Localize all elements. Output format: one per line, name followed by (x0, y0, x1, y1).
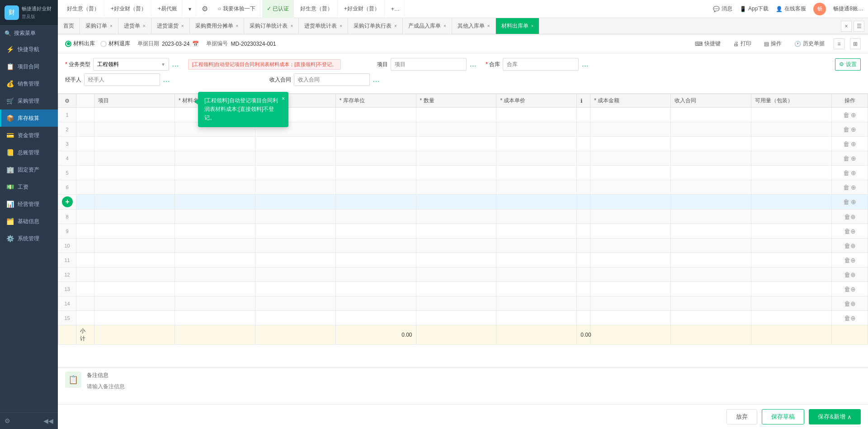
history-btn[interactable]: 🕐 历史单据 (791, 38, 828, 49)
tab-purchase-exec[interactable]: 采购订单执行表 × (348, 18, 403, 34)
delete-row-btn[interactable]: 🗑 (844, 315, 850, 322)
delete-row-btn[interactable]: 🗑 (844, 257, 850, 264)
spec-cell[interactable] (255, 151, 335, 166)
project-input[interactable] (391, 58, 467, 71)
tab-close-icon[interactable]: × (181, 24, 184, 29)
income-contract-cell[interactable] (671, 122, 751, 137)
cost-amount-cell[interactable] (590, 151, 671, 166)
cost-price-cell[interactable] (496, 253, 577, 267)
tab-purchase-order[interactable]: 采购订单 × (80, 18, 118, 34)
quantity-cell[interactable] (416, 224, 496, 238)
tab-close-icon[interactable]: × (531, 24, 534, 29)
save-draft-button[interactable]: 保存草稿 (762, 409, 804, 424)
unit-cell[interactable] (335, 122, 416, 137)
project-dots[interactable]: … (469, 60, 476, 68)
cost-price-cell[interactable] (496, 137, 577, 151)
discard-button[interactable]: 放弃 (726, 409, 757, 424)
spec-cell[interactable] (255, 267, 335, 282)
copy-row-btn[interactable]: ⊕ (850, 300, 856, 307)
project-cell[interactable] (94, 180, 175, 195)
spec-cell[interactable] (255, 224, 335, 238)
project-cell[interactable] (94, 296, 175, 311)
income-contract-input[interactable] (294, 73, 370, 86)
tab-close-icon[interactable]: × (236, 24, 239, 29)
delete-row-btn[interactable]: 🗑 (844, 242, 850, 249)
copy-row-btn[interactable]: ⊕ (851, 184, 856, 191)
operation-btn[interactable]: ▤ 操作 (760, 38, 785, 49)
material-cell[interactable] (175, 238, 255, 253)
quantity-cell[interactable] (416, 296, 496, 311)
cost-price-cell[interactable] (496, 151, 577, 166)
tab-close-icon[interactable]: × (487, 24, 490, 29)
copy-row-btn[interactable]: ⊕ (851, 198, 856, 205)
settings-icon[interactable]: ⚙ (5, 417, 10, 424)
income-contract-cell[interactable] (671, 282, 751, 296)
material-cell[interactable] (175, 151, 255, 166)
delete-row-btn[interactable]: 🗑 (843, 184, 849, 191)
spec-cell[interactable] (255, 166, 335, 180)
sidebar-item-inventory[interactable]: 📦 库存核算 (0, 110, 58, 127)
delete-row-btn[interactable]: 🗑 (844, 271, 850, 278)
save-new-button[interactable]: 保存&新增 ∧ (809, 409, 861, 424)
sidebar-item-purchase[interactable]: 🛒 采购管理 (0, 92, 58, 110)
spec-cell[interactable] (255, 311, 335, 325)
cost-amount-cell[interactable] (590, 253, 671, 267)
cost-price-cell[interactable] (496, 108, 577, 122)
delete-row-btn[interactable]: 🗑 (844, 228, 850, 235)
cost-price-cell[interactable] (496, 296, 577, 311)
tab-material-out[interactable]: 材料出库单 × (496, 18, 540, 34)
copy-row-btn[interactable]: ⊕ (850, 286, 856, 293)
project-cell[interactable] (94, 122, 175, 137)
unit-cell[interactable] (335, 151, 416, 166)
agent-input[interactable] (84, 73, 160, 86)
sidebar-item-ledger[interactable]: 📒 总账管理 (0, 144, 58, 161)
project-cell[interactable] (94, 282, 175, 296)
unit-cell[interactable] (335, 253, 416, 267)
project-cell[interactable] (94, 253, 175, 267)
quantity-cell[interactable] (416, 267, 496, 282)
shortcut-key-btn[interactable]: ⌨ 快捷键 (691, 38, 724, 49)
cost-amount-cell[interactable] (590, 166, 671, 180)
delete-row-btn[interactable]: 🗑 (844, 300, 850, 307)
tab-product-in[interactable]: 产成品入库单 × (403, 18, 452, 34)
warehouse-input[interactable] (503, 58, 579, 71)
copy-row-btn[interactable]: ⊕ (851, 140, 856, 148)
quantity-cell[interactable] (416, 122, 496, 137)
income-contract-cell[interactable] (671, 238, 751, 253)
delete-row-btn[interactable]: 🗑 (843, 126, 849, 133)
cost-price-cell[interactable] (496, 210, 577, 224)
cost-price-cell[interactable] (496, 267, 577, 282)
project-cell[interactable] (94, 137, 175, 151)
project-cell[interactable] (94, 151, 175, 166)
cost-amount-cell[interactable] (590, 122, 671, 137)
topbar-item-good-finance[interactable]: +好业财（普） (106, 0, 151, 18)
cost-amount-cell[interactable] (590, 311, 671, 325)
unit-cell[interactable] (335, 238, 416, 253)
material-cell[interactable] (175, 210, 255, 224)
cost-price-cell[interactable] (496, 180, 577, 195)
material-cell[interactable] (175, 180, 255, 195)
sidebar-item-basic[interactable]: 🗂️ 基础信息 (0, 213, 58, 230)
project-cell[interactable] (94, 224, 175, 238)
topbar-item-good-business[interactable]: 好生意（普） (62, 0, 104, 18)
unit-cell[interactable] (335, 224, 416, 238)
cost-amount-cell[interactable] (590, 224, 671, 238)
sidebar-item-shortcut[interactable]: ⚡ 快捷导航 (0, 41, 58, 58)
income-contract-cell[interactable] (671, 108, 751, 122)
app-download-btn[interactable]: 📱 App下载 (740, 5, 769, 13)
cost-price-cell[interactable] (496, 238, 577, 253)
tab-purchase-expense[interactable]: 采购费用分摊单 × (190, 18, 245, 34)
tab-menu-btn[interactable]: ☰ (854, 21, 864, 32)
date-value[interactable]: 2023-03-24 (162, 41, 189, 47)
cost-amount-cell[interactable] (590, 282, 671, 296)
warehouse-dots[interactable]: … (581, 60, 589, 68)
cost-price-cell[interactable] (496, 224, 577, 238)
cost-amount-cell[interactable] (590, 137, 671, 151)
notes-textarea[interactable] (87, 381, 861, 399)
calendar-icon[interactable]: 📅 (192, 41, 199, 47)
print-btn[interactable]: 🖨 打印 (730, 38, 755, 49)
quantity-cell[interactable] (416, 311, 496, 325)
tab-incoming[interactable]: 进货单 × (118, 18, 151, 34)
sidebar-search[interactable]: 🔍 搜索菜单 (0, 26, 58, 41)
unit-cell[interactable] (335, 180, 416, 195)
